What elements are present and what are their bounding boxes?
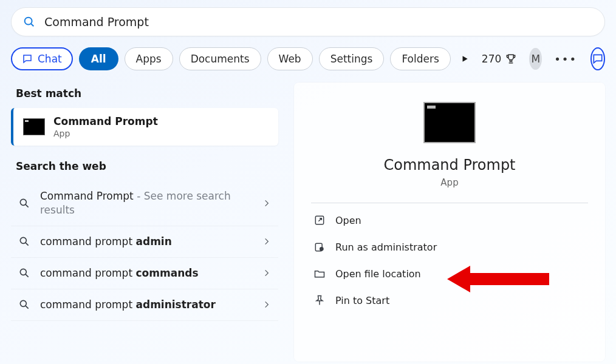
web-result-text: command prompt admin [40,235,253,249]
search-bar[interactable] [11,7,605,36]
bing-chat-button[interactable] [590,47,605,70]
chat-pill[interactable]: Chat [11,47,73,70]
filter-web[interactable]: Web [267,47,313,70]
web-results-list: Command Prompt - See more search results… [11,181,278,321]
detail-app-icon [423,102,476,143]
filter-documents[interactable]: Documents [179,47,261,70]
action-open-location[interactable]: Open file location [311,260,588,287]
filter-all[interactable]: All [79,47,118,70]
overflow-menu[interactable]: ••• [554,53,577,66]
search-input[interactable] [44,15,594,29]
pin-icon [313,294,326,306]
chevron-right-icon [262,300,271,309]
search-icon [22,15,36,29]
svg-point-8 [20,301,26,307]
folder-icon [313,268,326,280]
user-avatar[interactable]: M [529,48,542,70]
svg-line-1 [31,24,33,26]
web-result-text: command prompt administrator [40,298,253,312]
svg-point-6 [20,269,26,275]
detail-subtitle: App [311,177,588,188]
best-match-item[interactable]: Command Prompt App [11,108,278,146]
action-run-admin[interactable]: Run as administrator [311,234,588,260]
trophy-icon [505,53,517,65]
shield-icon [313,241,326,253]
web-result-item[interactable]: command prompt admin [11,226,278,258]
svg-point-0 [25,18,32,25]
detail-panel: Command Prompt App Open Run as administr… [294,83,605,362]
web-header: Search the web [16,160,278,172]
web-result-item[interactable]: command prompt commands [11,258,278,289]
chevron-right-icon [262,199,271,207]
divider [311,203,588,203]
best-match-subtitle: App [53,129,158,138]
play-icon [460,55,469,63]
action-pin-start[interactable]: Pin to Start [311,287,588,314]
filter-folders[interactable]: Folders [390,47,450,70]
web-result-text: command prompt commands [40,266,253,280]
search-icon [18,267,30,279]
content-area: Best match Command Prompt App Search the… [11,83,605,362]
svg-point-4 [20,238,26,244]
svg-point-12 [320,247,324,251]
filter-apps[interactable]: Apps [125,47,173,70]
cmd-icon [23,118,45,135]
filter-settings[interactable]: Settings [319,47,385,70]
svg-line-3 [26,204,29,207]
svg-line-5 [26,243,29,246]
web-result-item[interactable]: Command Prompt - See more search results [11,181,278,226]
filter-row: Chat All Apps Documents Web Settings Fol… [11,46,605,72]
open-icon [313,214,326,226]
chevron-right-icon [262,237,271,246]
chat-bubble-icon [22,53,33,64]
points-value: 270 [482,53,501,65]
filter-more-button[interactable] [460,51,470,67]
best-match-title: Command Prompt [53,115,158,127]
action-open[interactable]: Open [311,207,588,234]
best-match-header: Best match [16,87,278,99]
web-result-text: Command Prompt - See more search results [40,189,253,217]
search-icon [18,197,30,209]
chat-label: Chat [38,53,62,65]
search-icon [18,298,30,311]
search-icon [18,235,30,248]
web-result-item[interactable]: command prompt administrator [11,289,278,321]
avatar-initial: M [531,53,540,65]
results-column: Best match Command Prompt App Search the… [11,83,278,362]
bing-icon [592,53,604,65]
rewards-points[interactable]: 270 [482,53,517,65]
svg-line-9 [26,306,29,309]
svg-point-2 [20,199,26,205]
detail-title: Command Prompt [311,157,588,174]
svg-line-7 [26,274,29,277]
chevron-right-icon [262,269,271,277]
